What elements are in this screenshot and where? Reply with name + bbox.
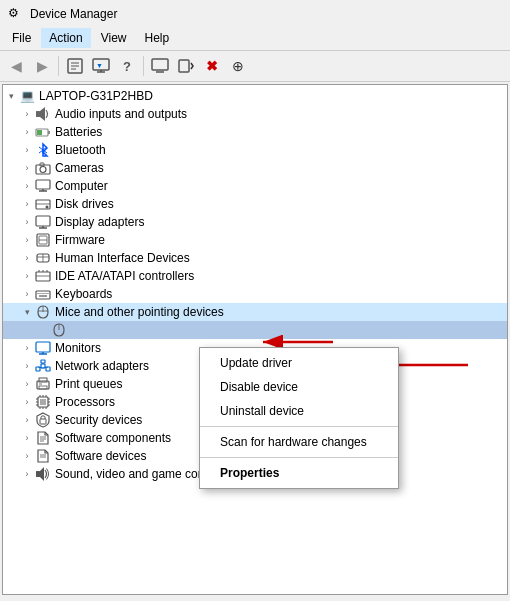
computer-label: Computer: [55, 179, 108, 193]
security-label: Security devices: [55, 413, 142, 427]
cameras-icon: [35, 160, 51, 176]
root-expand-icon: ▾: [3, 91, 19, 101]
disk-icon: [35, 196, 51, 212]
tree-subitem-mice[interactable]: [3, 321, 507, 339]
audio-expand: ›: [19, 109, 35, 119]
sound-icon: [35, 466, 51, 482]
update-driver-button[interactable]: ▼: [89, 54, 113, 78]
bluetooth-icon: [35, 142, 51, 158]
context-menu-disable[interactable]: Disable device: [200, 375, 398, 399]
scan-hardware-button[interactable]: [174, 54, 198, 78]
svg-point-28: [46, 206, 49, 209]
svg-rect-14: [48, 131, 50, 134]
title-bar-text: Device Manager: [30, 7, 117, 21]
firmware-icon: [35, 232, 51, 248]
ide-icon: [35, 268, 51, 284]
svg-marker-89: [40, 467, 44, 481]
monitors-expand: ›: [19, 343, 35, 353]
ide-label: IDE ATA/ATAPI controllers: [55, 269, 194, 283]
tree-item-batteries[interactable]: › Batteries: [3, 123, 507, 141]
cameras-label: Cameras: [55, 161, 104, 175]
mice-expand: ▾: [19, 307, 35, 317]
content-area: ▾ 💻 LAPTOP-G31P2HBD › Audio inputs and o…: [2, 84, 508, 595]
print-label: Print queues: [55, 377, 122, 391]
svg-rect-8: [152, 59, 168, 70]
menu-help[interactable]: Help: [137, 28, 178, 48]
display-devices-button[interactable]: [148, 54, 172, 78]
network-icon: [35, 358, 51, 374]
tree-item-audio[interactable]: › Audio inputs and outputs: [3, 105, 507, 123]
tree-item-hid[interactable]: › Human Interface Devices: [3, 249, 507, 267]
cameras-expand: ›: [19, 163, 35, 173]
context-menu-scan[interactable]: Scan for hardware changes: [200, 430, 398, 454]
tree-item-display[interactable]: › Display adapters: [3, 213, 507, 231]
tree-item-bluetooth[interactable]: › Bluetooth: [3, 141, 507, 159]
context-menu-sep2: [200, 457, 398, 458]
subitem-icon: [51, 322, 67, 338]
title-bar: ⚙ Device Manager: [0, 0, 510, 26]
toolbar-separator-2: [143, 56, 144, 76]
context-menu-properties[interactable]: Properties: [200, 461, 398, 485]
svg-rect-23: [36, 180, 50, 189]
svg-text:▼: ▼: [96, 62, 103, 69]
svg-rect-60: [41, 360, 45, 363]
display-label: Display adapters: [55, 215, 144, 229]
menu-file[interactable]: File: [4, 28, 39, 48]
security-expand: ›: [19, 415, 35, 425]
tree-item-computer[interactable]: › Computer: [3, 177, 507, 195]
softwarecomp-icon: [35, 430, 51, 446]
help-button[interactable]: ?: [115, 54, 139, 78]
tree-item-mice[interactable]: ▾ Mice and other pointing devices: [3, 303, 507, 321]
svg-line-62: [38, 367, 43, 368]
batteries-label: Batteries: [55, 125, 102, 139]
tree-item-cameras[interactable]: › Cameras: [3, 159, 507, 177]
menu-view[interactable]: View: [93, 28, 135, 48]
batteries-icon: [35, 124, 51, 140]
print-expand: ›: [19, 379, 35, 389]
context-menu-uninstall[interactable]: Uninstall device: [200, 399, 398, 423]
context-menu-update[interactable]: Update driver: [200, 351, 398, 375]
audio-icon: [35, 106, 51, 122]
batteries-expand: ›: [19, 127, 35, 137]
svg-rect-29: [36, 216, 50, 226]
svg-rect-88: [36, 471, 40, 477]
menu-action[interactable]: Action: [41, 28, 90, 48]
svg-rect-54: [36, 342, 50, 352]
context-menu: Update driver Disable device Uninstall d…: [199, 347, 399, 489]
monitors-label: Monitors: [55, 341, 101, 355]
firmware-label: Firmware: [55, 233, 105, 247]
svg-rect-43: [36, 291, 50, 299]
svg-rect-10: [179, 60, 189, 72]
firmware-expand: ›: [19, 235, 35, 245]
bluetooth-label: Bluetooth: [55, 143, 106, 157]
add-hardware-button[interactable]: ⊕: [226, 54, 250, 78]
tree-item-firmware[interactable]: › Firmware: [3, 231, 507, 249]
keyboards-expand: ›: [19, 289, 35, 299]
toolbar: ◀ ▶ ▼ ? ✖ ⊕: [0, 51, 510, 82]
disk-label: Disk drives: [55, 197, 114, 211]
tree-item-disk[interactable]: › Disk drives: [3, 195, 507, 213]
hid-icon: [35, 250, 51, 266]
disk-expand: ›: [19, 199, 35, 209]
remove-device-button[interactable]: ✖: [200, 54, 224, 78]
hid-expand: ›: [19, 253, 35, 263]
print-icon: [35, 376, 51, 392]
back-button[interactable]: ◀: [4, 54, 28, 78]
tree-view[interactable]: ▾ 💻 LAPTOP-G31P2HBD › Audio inputs and o…: [3, 85, 507, 594]
tree-item-keyboards[interactable]: › Keyboards: [3, 285, 507, 303]
audio-label: Audio inputs and outputs: [55, 107, 187, 121]
svg-rect-38: [36, 272, 50, 281]
forward-button[interactable]: ▶: [30, 54, 54, 78]
svg-marker-12: [40, 107, 45, 121]
softwaredev-expand: ›: [19, 451, 35, 461]
monitors-icon: [35, 340, 51, 356]
computer-icon-child: [35, 178, 51, 194]
tree-root[interactable]: ▾ 💻 LAPTOP-G31P2HBD: [3, 87, 507, 105]
svg-rect-11: [36, 111, 40, 117]
context-menu-sep1: [200, 426, 398, 427]
tree-item-ide[interactable]: › IDE ATA/ATAPI controllers: [3, 267, 507, 285]
softwarecomp-label: Software components: [55, 431, 171, 445]
sound-expand: ›: [19, 469, 35, 479]
properties-button[interactable]: [63, 54, 87, 78]
keyboards-icon: [35, 286, 51, 302]
